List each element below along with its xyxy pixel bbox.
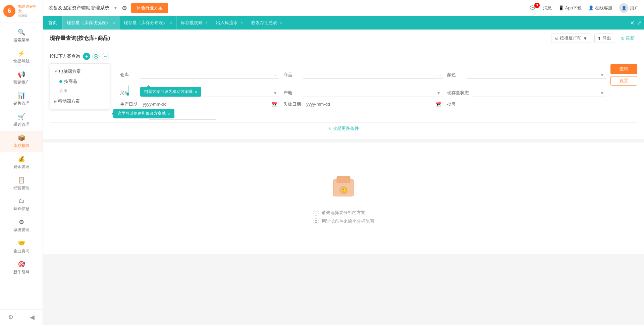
scheme-tree-desktop[interactable]: ▼ 电脑端方案 [50, 66, 110, 76]
goods-field: 商品 ··· [283, 71, 443, 79]
tab-stock-status[interactable]: 现存量（库存状况表） × [62, 16, 119, 30]
sidebar-item-system[interactable]: ⚙ 系统管理 [0, 215, 43, 236]
settings-icon[interactable]: ⚙ [122, 4, 127, 12]
tab-expand-icon[interactable]: ⤢ [637, 20, 641, 26]
tab-close-all-icon[interactable]: ✕ [630, 20, 634, 26]
sidebar-item-basic[interactable]: 🗂 基础信息 [0, 194, 43, 215]
origin-field: 产地 ▼ [283, 89, 443, 97]
collapse-sidebar-icon[interactable]: ◀ [30, 314, 35, 321]
print-dropdown-icon: ▼ [583, 36, 587, 41]
expire-date-cal-icon[interactable]: 📅 [433, 102, 443, 107]
tab-stock-dist[interactable]: 现存量（库存分布表） × [119, 16, 176, 30]
scheme-tree-warehouse[interactable]: 仓库 [50, 87, 110, 96]
warehouse-more-icon[interactable]: ··· [272, 72, 280, 77]
produce-date-input[interactable] [140, 100, 270, 108]
sidebar-item-finance[interactable]: 💰 资金管理 [0, 152, 43, 173]
goods-more-icon[interactable]: ··· [435, 72, 443, 77]
logo-text: 畅通道好生意 [18, 4, 39, 14]
stock-qty-to[interactable] [219, 112, 281, 119]
size-arrow-icon[interactable]: ▼ [271, 90, 279, 96]
finance-icon: 💰 [18, 155, 25, 163]
add-scheme-icon[interactable]: + [83, 53, 90, 60]
expire-date-input[interactable] [304, 100, 433, 108]
enterprise-icon: 🤝 [18, 239, 25, 247]
page-header: 现存量查询(按仓库+商品) 🖨 按模板打印 ▼ ⬆ 导出 ↻ 刷新 [43, 30, 644, 47]
tooltip2-close[interactable]: × [168, 111, 170, 116]
messages-action[interactable]: 💬 9 消息 [530, 5, 552, 11]
svg-text:😐: 😐 [341, 187, 347, 193]
color-arrow-icon[interactable]: ▼ [598, 72, 606, 77]
collapse-button[interactable]: ∧ 收起更多条件 [50, 122, 637, 134]
set-button[interactable]: 设置 [610, 76, 637, 86]
empty-text: 1 请先选择要分析的方案 2 用过滤条件来缩小分析范围 [313, 210, 374, 227]
marketing-icon: 📢 [18, 71, 25, 78]
sidebar-item-label: 搜索菜单 [13, 37, 30, 43]
tab-stock-dist-close[interactable]: × [170, 20, 172, 25]
tab-batch-label: 库存批次账 [181, 20, 203, 26]
sidebar-item-purchase[interactable]: 🛒 采购管理 [0, 110, 43, 131]
tab-summary[interactable]: 收发存汇总表 × [247, 16, 286, 30]
guide-icon: 🎯 [18, 261, 25, 268]
tooltip1-text: 电脑方案可设为移动方案哦 [144, 89, 193, 95]
sidebar-item-guide[interactable]: 🎯 新手引导 [0, 257, 43, 278]
tooltip-create-scheme: 这里可以创建和修改方案哦 × [113, 109, 174, 118]
tab-inout-close[interactable]: × [240, 20, 243, 25]
scheme-tree-mobile[interactable]: ▶ 移动端方案 [50, 96, 110, 106]
step1-text: 请先选择要分析的方案 [322, 210, 365, 216]
sidebar-item-search[interactable]: 🔍 搜索菜单 [0, 25, 43, 46]
step2-num: 2 [313, 218, 319, 224]
produce-date-field: 生产日期 📅 [120, 100, 279, 108]
edit-scheme-icon[interactable] [92, 53, 100, 60]
tab-bar-end: ✕ ⤢ [630, 20, 644, 26]
print-icon: 🖨 [554, 36, 558, 41]
stock-icon: 📦 [18, 134, 25, 142]
expire-date-label: 失效日期 [283, 101, 301, 107]
sidebar-item-marketing[interactable]: 📢 营销推广 [0, 67, 43, 89]
tab-inout[interactable]: 出入库流水 × [212, 16, 247, 30]
goods-input[interactable] [303, 71, 435, 78]
warehouse-label: 仓库 [120, 72, 137, 78]
origin-arrow-icon[interactable]: ▼ [434, 90, 443, 96]
sidebar-item-sales[interactable]: 📊 销售管理 [0, 89, 43, 110]
export-button[interactable]: ⬆ 导出 [594, 34, 614, 43]
stock-status-arrow-icon[interactable]: ▼ [598, 90, 606, 96]
print-button[interactable]: 🖨 按模板打印 ▼ [551, 34, 590, 43]
step1-num: 1 [313, 210, 319, 216]
scheme-tree-sub[interactable]: 按商品 [50, 76, 110, 87]
tab-stock-status-close[interactable]: × [113, 20, 115, 25]
sidebar-item-enterprise[interactable]: 🤝 企业协同 [0, 236, 43, 257]
stock-status-field: 现存量状态 ▼ [447, 89, 606, 97]
sidebar-item-operations[interactable]: 📋 经营管理 [0, 173, 43, 194]
collapse-up-icon: ∧ [328, 126, 331, 131]
purchase-icon: 🛒 [18, 113, 25, 120]
app-download-action[interactable]: 📱 App下载 [558, 5, 582, 11]
search-button[interactable]: 查询 [610, 64, 637, 74]
color-input[interactable] [467, 71, 598, 78]
sidebar-menu: 🔍 搜索菜单 ⚡ 快捷导航 📢 营销推广 📊 销售管理 🛒 采购管理 📦 库存核… [0, 22, 43, 309]
user-action[interactable]: 👤 用户 [619, 3, 639, 13]
tab-batch-close[interactable]: × [205, 20, 208, 25]
sidebar-item-stock[interactable]: 📦 库存核算 [0, 131, 43, 152]
filter-row-4: 现存量（主） — [120, 112, 637, 120]
settings-bottom-icon[interactable]: ⚙ [8, 314, 13, 321]
tooltip1-close[interactable]: × [195, 89, 197, 95]
sidebar-item-label: 营销推广 [13, 79, 30, 85]
origin-input[interactable] [303, 89, 434, 97]
sidebar-item-nav[interactable]: ⚡ 快捷导航 [0, 46, 43, 67]
refresh-button[interactable]: ↻ 刷新 [618, 34, 637, 43]
sidebar-item-label: 企业协同 [13, 248, 30, 254]
batch-no-input[interactable] [467, 100, 606, 108]
tab-batch[interactable]: 库存批次账 × [176, 16, 212, 30]
tab-summary-close[interactable]: × [280, 20, 282, 25]
system-dropdown-icon[interactable]: ▼ [113, 5, 118, 10]
warehouse-input[interactable] [140, 71, 272, 78]
scheme-mobile-arrow-icon: ▶ [54, 99, 57, 104]
online-support-action[interactable]: 👤 在线客服 [588, 5, 612, 11]
tab-home[interactable]: 首页 [43, 16, 62, 30]
stock-status-input[interactable] [472, 89, 598, 97]
arrow-left-icon[interactable]: ← [102, 53, 109, 60]
step2-text: 用过滤条件来缩小分析范围 [322, 218, 374, 224]
trial-button[interactable]: 体验行业方案 [131, 3, 168, 13]
filter-title-row: 按以下方案查询 + ← [50, 53, 637, 60]
produce-date-cal-icon[interactable]: 📅 [270, 102, 279, 107]
